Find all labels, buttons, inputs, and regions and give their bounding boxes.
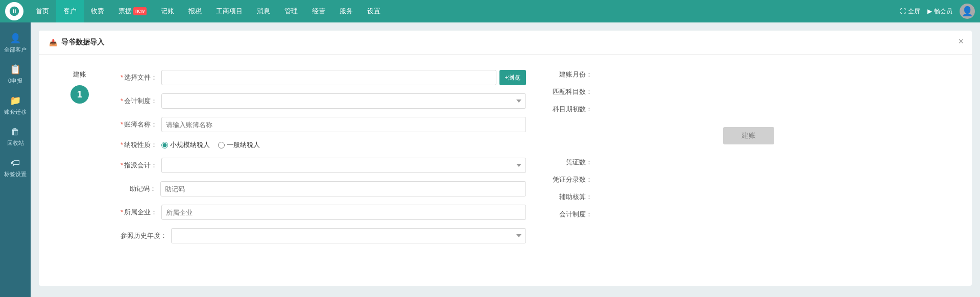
all-customers-icon: 👤 — [10, 33, 21, 44]
accounting-system-label: *会计制度： — [121, 96, 157, 106]
build-button[interactable]: 建账 — [723, 127, 774, 144]
recycle-icon: 🗑 — [10, 126, 21, 137]
account-month-label: 建账月份： — [546, 70, 592, 79]
company-input[interactable] — [161, 205, 525, 220]
form-left: *选择文件： +浏览 *会计制度： — [121, 70, 526, 243]
sidebar-item-tag-settings[interactable]: 🏷 标签设置 — [0, 152, 31, 183]
assign-accountant-row: *指派会计： — [121, 158, 526, 173]
modal-card: 📥 导爷数据导入 × 建账 1 *选择文件： — [39, 31, 972, 286]
modal-close-button[interactable]: × — [958, 37, 964, 46]
accounting-system-right-row: 会计制度： — [546, 210, 952, 219]
subject-init-row: 科目期初数： — [546, 105, 952, 114]
content-area: 📥 导爷数据导入 × 建账 1 *选择文件： — [31, 22, 980, 297]
step-label: 建账 — [73, 70, 86, 79]
nav-item-message[interactable]: 消息 — [250, 0, 277, 22]
ledger-name-input[interactable] — [161, 117, 525, 132]
nav-item-account[interactable]: 记账 — [154, 0, 181, 22]
radio-general-input[interactable] — [218, 142, 225, 148]
subject-init-label: 科目期初数： — [546, 105, 592, 114]
assign-accountant-select[interactable] — [161, 158, 525, 173]
form-right: 建账月份： 匹配科目数： 科目期初数： 建账 — [546, 70, 952, 243]
select-file-label: *选择文件： — [121, 73, 157, 82]
aux-accounting-label: 辅助核算： — [546, 192, 592, 202]
accounting-system-row: *会计制度： — [121, 93, 526, 109]
assign-accountant-label: *指派会计： — [121, 161, 157, 170]
nav-item-customer[interactable]: 客户 — [56, 0, 84, 22]
nav-item-home[interactable]: 首页 — [29, 0, 56, 22]
membership-icon: ▶ — [927, 8, 932, 15]
accounting-system-right-label: 会计制度： — [546, 210, 592, 219]
account-migration-icon: 📁 — [10, 95, 21, 106]
memo-code-row: 助记码： — [121, 181, 526, 196]
memo-code-label: 助记码： — [121, 184, 156, 193]
sidebar: 👤 全部客户 📋 0申报 📁 账套迁移 🗑 回收站 🏷 标签设置 — [0, 22, 31, 297]
select-file-row: *选择文件： +浏览 — [121, 70, 526, 85]
modal-title-icon: 📥 — [49, 39, 57, 46]
main-layout: 👤 全部客户 📋 0申报 📁 账套迁移 🗑 回收站 🏷 标签设置 📥 导爷数据导… — [0, 22, 980, 297]
file-text-input[interactable] — [161, 70, 496, 85]
user-avatar[interactable]: 👤 — [960, 4, 975, 19]
ledger-name-label: *账簿名称： — [121, 120, 157, 129]
ledger-name-row: *账簿名称： — [121, 117, 526, 132]
form-container: 建账 1 *选择文件： +浏览 — [39, 55, 972, 259]
match-subjects-row: 匹配科目数： — [546, 87, 952, 96]
account-month-row: 建账月份： — [546, 70, 952, 79]
tax-type-row: *纳税性质： 小规模纳税人 一般纳税人 — [121, 140, 526, 150]
memo-code-input[interactable] — [160, 181, 526, 196]
match-subjects-label: 匹配科目数： — [546, 87, 592, 96]
radio-small-scale-input[interactable] — [161, 142, 168, 148]
nav-item-invoice[interactable]: 票据 new — [111, 0, 154, 22]
sidebar-item-declaration[interactable]: 📋 0申报 — [0, 59, 31, 90]
nav-right: ⛶ 全屏 ▶ 畅会员 👤 — [900, 4, 975, 19]
sidebar-item-account-migration[interactable]: 📁 账套迁移 — [0, 90, 31, 121]
nav-item-settings[interactable]: 设置 — [360, 0, 388, 22]
tax-type-radio-group: 小规模纳税人 一般纳税人 — [161, 140, 525, 150]
modal-title: 导爷数据导入 — [61, 38, 104, 47]
app-logo[interactable] — [5, 2, 23, 20]
modal-header: 📥 导爷数据导入 — [39, 31, 972, 55]
nav-item-business[interactable]: 工商项目 — [209, 0, 250, 22]
voucher-entries-row: 凭证分录数： — [546, 175, 952, 184]
file-input-group: +浏览 — [161, 70, 525, 85]
fullscreen-icon: ⛶ — [900, 8, 906, 15]
accounting-system-select[interactable] — [161, 93, 525, 109]
history-year-label: 参照历史年度： — [121, 231, 167, 240]
nav-item-management[interactable]: 管理 — [277, 0, 305, 22]
nav-item-fee[interactable]: 收费 — [84, 0, 111, 22]
nav-item-tax[interactable]: 报税 — [181, 0, 209, 22]
history-year-row: 参照历史年度： — [121, 228, 526, 243]
fullscreen-button[interactable]: ⛶ 全屏 — [900, 7, 920, 16]
new-badge: new — [133, 7, 147, 15]
nav-item-operation[interactable]: 经营 — [305, 0, 332, 22]
company-label: *所属企业： — [121, 208, 157, 217]
history-year-select[interactable] — [171, 228, 526, 243]
nav-items: 首页 客户 收费 票据 new 记账 报税 工商项目 消息 管理 经营 服务 设… — [29, 0, 900, 22]
sidebar-item-all-customers[interactable]: 👤 全部客户 — [0, 28, 31, 59]
browse-button[interactable]: +浏览 — [499, 70, 525, 85]
tag-settings-icon: 🏷 — [10, 157, 21, 168]
voucher-entries-label: 凭证分录数： — [546, 175, 592, 184]
sidebar-item-recycle[interactable]: 🗑 回收站 — [0, 121, 31, 152]
tax-type-label: *纳税性质： — [121, 140, 157, 150]
step-section: 建账 1 — [59, 70, 100, 243]
declaration-icon: 📋 — [10, 64, 21, 75]
nav-item-service[interactable]: 服务 — [332, 0, 360, 22]
radio-general[interactable]: 一般纳税人 — [218, 140, 260, 150]
voucher-count-row: 凭证数： — [546, 158, 952, 167]
voucher-count-label: 凭证数： — [546, 158, 592, 167]
radio-small-scale[interactable]: 小规模纳税人 — [161, 140, 210, 150]
top-navigation: 首页 客户 收费 票据 new 记账 报税 工商项目 消息 管理 经营 服务 设… — [0, 0, 980, 22]
company-row: *所属企业： — [121, 205, 526, 220]
membership-button[interactable]: ▶ 畅会员 — [927, 7, 952, 16]
step-circle: 1 — [70, 85, 89, 104]
aux-accounting-row: 辅助核算： — [546, 192, 952, 202]
